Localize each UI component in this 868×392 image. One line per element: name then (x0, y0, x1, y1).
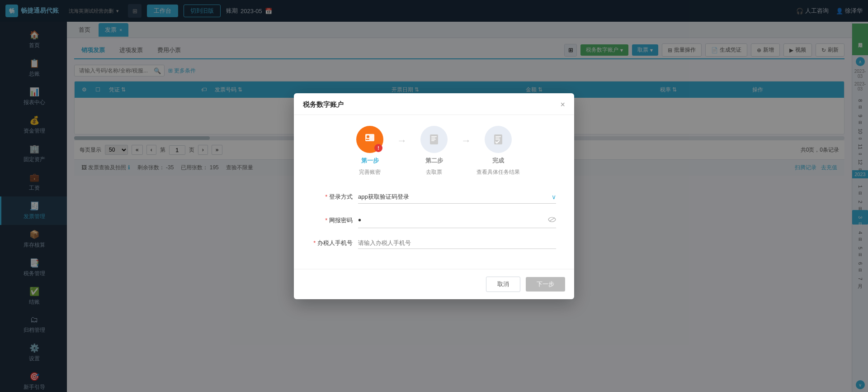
step-1-error-badge: ! (374, 144, 382, 152)
modal-title: 税务数字账户 (303, 100, 344, 109)
modal-footer: 取消 下一步 (294, 269, 574, 299)
svg-rect-6 (431, 136, 437, 137)
step-1-desc: 完善账密 (359, 168, 381, 176)
modal-header: 税务数字账户 × (294, 93, 574, 115)
step-2-receipt-icon (427, 133, 441, 146)
svg-rect-12 (495, 138, 500, 139)
modal-overlay[interactable]: 税务数字账户 × ! (0, 0, 868, 392)
step-3: 完成 查看具体任务结果 (471, 126, 525, 176)
svg-rect-2 (366, 139, 369, 140)
login-method-value: app获取验证码登录 (358, 193, 409, 201)
svg-rect-3 (370, 136, 373, 137)
svg-rect-4 (370, 137, 372, 138)
login-method-label: 登录方式 (312, 193, 353, 201)
svg-line-14 (549, 218, 555, 221)
step-2-label: 第二步 (425, 157, 443, 165)
taxpayer-phone-input[interactable] (358, 237, 556, 249)
steps-indicator: ! 第一步 完善账密 → (312, 126, 556, 176)
modal-body: ! 第一步 完善账密 → (294, 115, 574, 269)
svg-rect-13 (495, 139, 500, 140)
step-2-icon-wrap (420, 126, 448, 153)
password-dots: • (358, 215, 548, 225)
login-method-row: 登录方式 app获取验证码登录 ∨ (312, 191, 556, 204)
password-label: 网报密码 (312, 216, 353, 225)
arrow-2-3: → (461, 135, 471, 147)
cancel-button[interactable]: 取消 (486, 277, 520, 292)
svg-rect-7 (431, 138, 435, 139)
svg-rect-11 (495, 136, 501, 137)
password-input-wrap: • (358, 213, 556, 228)
step-1-avatar-icon (363, 133, 377, 146)
step-1-label: 第一步 (361, 157, 379, 165)
step-1-icon-wrap: ! (356, 126, 383, 153)
password-row: 网报密码 • (312, 213, 556, 228)
svg-rect-0 (365, 134, 374, 141)
login-method-dropdown-icon: ∨ (552, 193, 556, 201)
svg-rect-9 (431, 140, 434, 141)
login-method-select[interactable]: app获取验证码登录 ∨ (358, 191, 556, 204)
step-3-desc: 查看具体任务结果 (476, 168, 520, 176)
step-2: 第二步 去取票 (407, 126, 461, 176)
taxpayer-phone-row: 办税人手机号 (312, 237, 556, 249)
step-2-desc: 去取票 (426, 168, 442, 176)
next-button[interactable]: 下一步 (526, 277, 565, 292)
step-3-icon-wrap (485, 126, 512, 153)
modal-close-btn[interactable]: × (560, 100, 565, 109)
svg-point-1 (367, 135, 369, 138)
taxpayer-phone-label: 办税人手机号 (312, 239, 353, 247)
eye-icon[interactable] (548, 216, 556, 224)
step-1: ! 第一步 完善账密 (343, 126, 397, 176)
step-3-label: 完成 (492, 157, 504, 165)
tax-digital-account-modal: 税务数字账户 × ! (294, 93, 574, 299)
svg-rect-8 (431, 139, 436, 140)
step-3-complete-icon (491, 133, 505, 146)
arrow-1-2: → (397, 135, 407, 147)
